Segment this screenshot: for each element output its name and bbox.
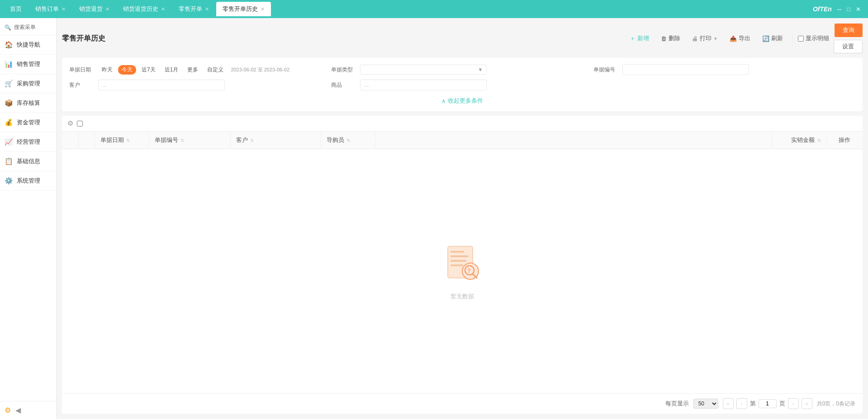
per-page-select[interactable]: 50 10 20 100 [693, 399, 718, 409]
collapse-sidebar-icon[interactable]: ◀ [15, 406, 21, 414]
page-word: 页 [779, 400, 785, 408]
filter-row-1: 单据日期 昨天 今天 近7天 近1月 更多 自定义 2023-06-02 至 2… [69, 64, 855, 75]
tab-return[interactable]: 销货退货 ✕ [73, 2, 116, 16]
basic-icon: 📋 [5, 157, 13, 165]
sidebar-item-quicknav[interactable]: 🏠 快捷导航 [0, 35, 56, 55]
delete-icon: 🗑 [661, 35, 667, 42]
type-select-arrow: ▼ [478, 67, 483, 72]
col-action-header: 操作 [826, 132, 863, 149]
page-number-input[interactable] [759, 399, 777, 408]
select-all-checkbox[interactable] [77, 121, 83, 127]
tab-retail-history[interactable]: 零售开单历史 ✕ [216, 2, 271, 16]
date-btn-yesterday[interactable]: 昨天 [98, 65, 116, 75]
purchase-icon: 🛒 [5, 80, 13, 88]
next-page-button[interactable]: › [788, 398, 799, 409]
sidebar-item-basic[interactable]: 📋 基础信息 [0, 152, 56, 171]
col-customer-header[interactable]: 客户 ⇅ [230, 132, 321, 149]
sidebar-item-system-label: 系统管理 [17, 177, 40, 185]
page-title: 零售开单历史 [62, 34, 105, 43]
settings-bottom-icon[interactable]: ⚙ [5, 406, 11, 414]
tab-return-history[interactable]: 销货退货历史 ✕ [117, 2, 171, 16]
export-button[interactable]: 📤 导出 [726, 33, 754, 44]
sales-icon: 📊 [5, 60, 13, 68]
col-customer-label: 客户 [236, 137, 248, 143]
show-detail-input[interactable] [798, 36, 804, 42]
tab-home[interactable]: 首页 [4, 2, 28, 16]
orderno-filter-label: 单据编号 [593, 66, 619, 74]
filter-type-item: 单据类型 ▼ [331, 65, 593, 75]
refresh-label: 刷新 [771, 34, 783, 42]
type-select[interactable]: ▼ [360, 65, 487, 75]
filter-row-2: 客户 ... 商品 ... [69, 80, 855, 90]
tab-retail-label: 零售开单 [179, 5, 202, 13]
maximize-button[interactable]: □ [847, 6, 850, 13]
sidebar-item-inventory[interactable]: 📦 库存核算 [0, 94, 56, 113]
date-btns: 昨天 今天 近7天 近1月 更多 自定义 [98, 65, 227, 75]
filter-orderno-item: 单据编号 [593, 64, 855, 75]
date-btn-today[interactable]: 今天 [118, 65, 136, 75]
col-order-sort: ⇅ [180, 138, 184, 143]
add-button[interactable]: ＋ 新增 [626, 33, 653, 44]
tab-return-close[interactable]: ✕ [105, 6, 109, 12]
sidebar-item-finance[interactable]: 💰 资金管理 [0, 113, 56, 132]
page-total: 共0页，0条记录 [817, 400, 855, 408]
date-btn-1month[interactable]: 近1月 [161, 65, 182, 75]
filter-date-item: 单据日期 昨天 今天 近7天 近1月 更多 自定义 2023-06-02 至 2… [69, 65, 331, 75]
col-date-header[interactable]: 单据日期 ⇅ [95, 132, 149, 149]
product-select[interactable]: ... [360, 80, 487, 90]
col-amount-header[interactable]: 实销金额 ⇅ [772, 132, 826, 149]
toolbar: ＋ 新增 🗑 删除 🖨 打印 ▼ 📤 导出 🔄 [626, 24, 863, 53]
print-button[interactable]: 🖨 打印 ▼ [688, 33, 721, 44]
customer-filter-label: 客户 [69, 81, 95, 89]
tab-retail-close[interactable]: ✕ [205, 6, 209, 12]
sidebar-item-purchase[interactable]: 🛒 采购管理 [0, 74, 56, 94]
tab-sales-order-label: 销售订单 [35, 5, 59, 13]
customer-select[interactable]: ... [98, 80, 225, 90]
date-btn-7days[interactable]: 近7天 [138, 65, 159, 75]
last-page-button[interactable]: » [802, 398, 812, 409]
orderno-input[interactable] [622, 64, 749, 75]
svg-rect-3 [451, 260, 466, 262]
add-label: 新增 [637, 34, 649, 42]
refresh-button[interactable]: 🔄 刷新 [759, 33, 787, 44]
sidebar-item-sales[interactable]: 📊 销售管理 [0, 55, 56, 74]
sidebar-item-operation[interactable]: 📈 经营管理 [0, 132, 56, 152]
delete-button[interactable]: 🗑 删除 [657, 33, 684, 44]
col-action-label: 操作 [839, 137, 850, 143]
app-name: OfTEn [813, 5, 832, 13]
show-detail-label: 显示明细 [806, 34, 829, 42]
prev-page-button[interactable]: ‹ [736, 398, 747, 409]
tab-retail-history-close[interactable]: ✕ [261, 6, 265, 12]
main-layout: 🔍 搜索采单 🏠 快捷导航 📊 销售管理 🛒 采购管理 📦 库存核算 💰 资金管… [0, 18, 868, 419]
home-icon: 🏠 [5, 41, 13, 49]
show-detail-checkbox[interactable]: 显示明细 [798, 34, 829, 42]
tab-return-history-close[interactable]: ✕ [161, 6, 165, 12]
search-icon: 🔍 [5, 24, 11, 31]
col-order-header[interactable]: 单据编号 ⇅ [149, 132, 230, 149]
tab-sales-order-close[interactable]: ✕ [62, 6, 66, 12]
sidebar: 🔍 搜索采单 🏠 快捷导航 📊 销售管理 🛒 采购管理 📦 库存核算 💰 资金管… [0, 18, 57, 419]
date-btn-more[interactable]: 更多 [184, 65, 202, 75]
collapse-button[interactable]: ∧ 收起更多条件 [69, 95, 855, 107]
setting-button[interactable]: 设置 [834, 40, 863, 53]
tab-sales-order[interactable]: 销售订单 ✕ [29, 2, 72, 16]
filter-customer-item: 客户 ... [69, 80, 331, 90]
page-header: 零售开单历史 ＋ 新增 🗑 删除 🖨 打印 ▼ 📤 导出 [62, 24, 863, 53]
sidebar-item-quicknav-label: 快捷导航 [17, 41, 40, 49]
sidebar-item-purchase-label: 采购管理 [17, 80, 40, 88]
sidebar-item-system[interactable]: ⚙️ 系统管理 [0, 171, 56, 191]
date-btn-custom[interactable]: 自定义 [204, 65, 227, 75]
col-spacer-header [375, 132, 772, 149]
col-guide-header[interactable]: 导购员 ⇅ [321, 132, 375, 149]
window-controls: OfTEn ─ □ ✕ [813, 5, 864, 13]
first-page-button[interactable]: « [723, 398, 734, 409]
sidebar-search[interactable]: 🔍 搜索采单 [0, 18, 56, 35]
table-settings-icon[interactable]: ⚙ [67, 119, 73, 127]
query-button[interactable]: 查询 [835, 24, 863, 37]
svg-rect-1 [451, 251, 464, 253]
system-icon: ⚙️ [5, 177, 13, 185]
delete-label: 删除 [669, 34, 680, 42]
tab-retail[interactable]: 零售开单 ✕ [172, 2, 215, 16]
close-button[interactable]: ✕ [856, 6, 861, 13]
minimize-button[interactable]: ─ [837, 6, 841, 13]
